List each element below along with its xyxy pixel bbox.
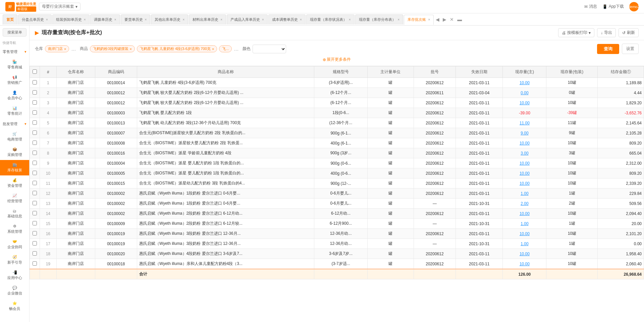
warehouse-tag[interactable]: 南岸门店 ×: [45, 45, 69, 52]
warehouse-more-icon[interactable]: …: [71, 46, 76, 52]
sidebar-item-purchase[interactable]: 📦 采购管理: [0, 145, 29, 160]
close-icon[interactable]: ×: [84, 18, 86, 21]
close-icon[interactable]: ×: [182, 18, 184, 21]
sidebar-item-wholesale[interactable]: 批发管理 ▾: [0, 119, 29, 129]
td-code: 00100009: [95, 219, 137, 229]
row-checkbox[interactable]: [33, 191, 37, 195]
breadcrumb-selector[interactable]: 母婴行业演示账套 ▾: [39, 3, 80, 10]
row-checkbox[interactable]: [33, 181, 37, 185]
close-icon[interactable]: ×: [46, 18, 48, 21]
tab-zuche[interactable]: 组装拆卸单历史 ×: [52, 14, 90, 24]
tab-prev-icon[interactable]: ◀: [434, 17, 441, 22]
tab-fenku[interactable]: 分盘点单历史 ×: [18, 14, 52, 24]
sidebar-item-marketing[interactable]: 📢 营销推广: [0, 72, 29, 88]
row-checkbox[interactable]: [33, 90, 37, 95]
sidebar-item-retail-shop[interactable]: 🏪 零售商城: [0, 57, 29, 72]
goods-tag-2[interactable]: 飞鹤星飞帆 儿童奶粉 4段(3-6岁适用) 700克 ×: [137, 45, 217, 52]
row-checkbox[interactable]: [33, 241, 37, 246]
tab-home[interactable]: 首页: [3, 14, 17, 24]
row-checkbox[interactable]: [33, 120, 37, 125]
row-checkbox[interactable]: [33, 110, 37, 115]
settings-button[interactable]: 设置: [622, 44, 639, 54]
close-icon[interactable]: ×: [300, 18, 302, 21]
table-row: 16 南岸门店 00100019 惠氏启赋（Wyeth illuma）3段奶粉 …: [30, 229, 644, 239]
td-qty-pkg: 10罐: [546, 178, 598, 189]
close-icon[interactable]: ×: [428, 18, 430, 21]
row-checkbox[interactable]: [33, 141, 37, 145]
row-checkbox[interactable]: [33, 100, 37, 105]
export-button[interactable]: ↓ 导出: [597, 28, 616, 37]
row-checkbox[interactable]: [33, 221, 37, 225]
td-unit: 罐: [368, 108, 414, 118]
row-checkbox[interactable]: [33, 251, 37, 256]
td-code: 00100020: [95, 249, 137, 259]
message-button[interactable]: ✉ 消息: [584, 4, 597, 9]
goods-more-icon[interactable]: …: [234, 46, 238, 52]
goods-tag-3[interactable]: 飞...: [219, 45, 232, 52]
row-checkbox[interactable]: [33, 211, 37, 215]
sidebar-item-retail-mgmt[interactable]: 零售管理 ▾: [0, 47, 29, 57]
color-select[interactable]: [253, 45, 286, 53]
row-checkbox[interactable]: [33, 261, 37, 266]
table-row: 15 南岸门店 00100009 惠氏启赋（Wyeth illuma）2段奶粉 …: [30, 219, 644, 229]
sidebar-item-company[interactable]: 🤝 企业协同: [0, 237, 29, 252]
tab-kucun-pici[interactable]: 库存批次账 ×: [404, 15, 434, 25]
search-menu-button[interactable]: 搜索菜单: [3, 28, 26, 37]
row-checkbox[interactable]: [33, 130, 37, 135]
row-checkbox[interactable]: [33, 231, 37, 235]
tab-chengben[interactable]: 成本调整单历史 ×: [268, 14, 306, 24]
expand-filter-button[interactable]: ⊕ 展开更多条件: [323, 57, 351, 62]
td-name: 惠氏启赋（Wyeth illuma）1段奶粉 爱尔兰进口 0-6月婴...: [137, 199, 314, 209]
app-download-button[interactable]: 📱 App下载: [602, 4, 624, 9]
remove-goods1-icon[interactable]: ×: [130, 47, 132, 51]
td-qty-pkg: 10罐: [546, 259, 598, 269]
tab-tiaobo[interactable]: 调拨单历史 ×: [90, 14, 120, 24]
sidebar-item-operation[interactable]: 📈 经营管理: [0, 191, 29, 206]
tab-yaohuo[interactable]: 要货单历史 ×: [121, 14, 151, 24]
close-icon[interactable]: ×: [145, 18, 147, 21]
row-checkbox[interactable]: [33, 201, 37, 205]
sidebar-item-member[interactable]: 👤 会员中心: [0, 88, 29, 103]
sidebar-item-retail-stats[interactable]: 📊 零售统计: [0, 103, 29, 119]
close-icon[interactable]: ×: [114, 18, 116, 21]
sidebar-item-appcenter[interactable]: 📲 应用中心: [0, 268, 29, 283]
sidebar-item-system[interactable]: ⚙ 系统管理: [0, 221, 29, 237]
tab-close-all-icon[interactable]: ✕: [448, 17, 455, 22]
sidebar-item-basic[interactable]: 🗂 基础信息: [0, 206, 29, 221]
tab-menu-icon[interactable]: ▬: [456, 17, 463, 22]
tab-cailiao[interactable]: 材料出库单历史 ×: [189, 14, 226, 24]
close-icon[interactable]: ×: [262, 18, 264, 21]
td-no: 18: [40, 249, 57, 259]
sidebar-item-finance[interactable]: 💰 资金管理: [0, 175, 29, 191]
tab-chengpin[interactable]: 产成品入库单历史 ×: [227, 14, 268, 24]
sidebar-item-ecommerce[interactable]: 🛒 电商管理: [0, 129, 29, 145]
sidebar-item-vip[interactable]: ⭐ 畅会员: [0, 299, 29, 314]
close-icon[interactable]: ×: [220, 18, 222, 21]
refresh-button[interactable]: ↺ 刷新: [619, 28, 639, 37]
user-avatar[interactable]: demo2: [629, 2, 639, 11]
td-name: 惠氏启赋（Wyeth illuma）2段奶粉 爱尔兰进口 6-12月幼...: [137, 209, 314, 219]
main-layout: 搜索菜单 快捷导航 零售管理 ▾ 🏪 零售商城 📢 营销推广 👤 会员中心 📊 …: [0, 25, 644, 322]
sidebar-item-guide[interactable]: 🧭 新手引导: [0, 252, 29, 268]
tab-next-icon[interactable]: ▶: [441, 17, 448, 22]
td-expire: 2021-03-11: [456, 98, 503, 108]
collapse-btn[interactable]: ▶: [35, 30, 39, 36]
row-checkbox[interactable]: [33, 171, 37, 175]
select-all-checkbox[interactable]: [33, 69, 37, 74]
row-checkbox[interactable]: [33, 80, 37, 85]
tab-xianzai-fen[interactable]: 现存量（库存分布表） ×: [355, 14, 404, 24]
close-icon[interactable]: ×: [349, 18, 351, 21]
sidebar-item-inventory[interactable]: 🏬 库存核算: [0, 160, 29, 175]
row-checkbox[interactable]: [33, 161, 37, 165]
tab-xianzai-ku[interactable]: 现存量（库存状况表） ×: [306, 14, 355, 24]
print-button[interactable]: 🖨 按模板打印 ▾: [558, 28, 594, 37]
query-button[interactable]: 查询: [597, 44, 619, 54]
goods-tag-1[interactable]: 飞鹤奶粉3段丙罐摆装 ×: [90, 45, 135, 52]
breadcrumb-text: 母婴行业演示账套: [42, 4, 74, 9]
sidebar-item-corpwx[interactable]: 💬 企业微信: [0, 283, 29, 299]
row-checkbox[interactable]: [33, 151, 37, 155]
remove-warehouse-icon[interactable]: ×: [64, 47, 66, 51]
tab-qita[interactable]: 其他出库单历史 ×: [151, 14, 188, 24]
remove-goods2-icon[interactable]: ×: [212, 47, 214, 51]
close-icon[interactable]: ×: [398, 18, 400, 21]
